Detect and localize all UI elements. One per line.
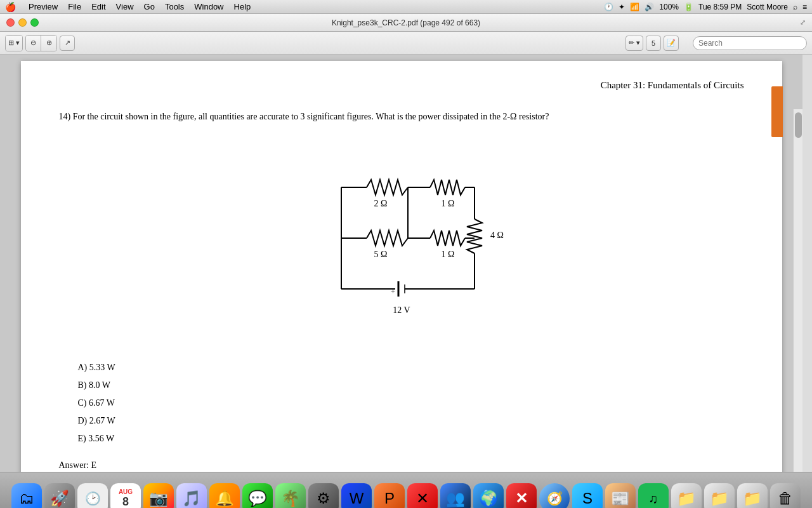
menu-file[interactable]: File xyxy=(68,2,81,11)
dock-finder[interactable]: 🗂 xyxy=(11,483,42,508)
answer-section: Answer: E Var: 1 xyxy=(59,460,744,472)
choice-a: A) 5.33 W xyxy=(78,359,744,377)
wifi-icon: 📶 xyxy=(630,3,639,11)
dock-calendar[interactable]: AUG8 xyxy=(110,483,141,508)
page-area: Chapter 31: Fundamentals of Circuits 14)… xyxy=(0,55,802,472)
view-mode-button[interactable]: ⊞ ▾ xyxy=(6,36,22,51)
menu-edit[interactable]: Edit xyxy=(91,2,105,11)
dock-powerpoint[interactable]: P xyxy=(374,483,405,508)
choice-d: D) 2.67 W xyxy=(78,412,744,430)
minimize-button[interactable] xyxy=(18,18,27,27)
dock-people[interactable]: 👥 xyxy=(440,483,471,508)
svg-text:1 Ω: 1 Ω xyxy=(441,199,454,208)
page-number-button[interactable]: 5 xyxy=(646,36,661,51)
dock-gears[interactable]: ⚙ xyxy=(308,483,339,508)
zoom-in-button[interactable]: ⊕ xyxy=(41,36,56,51)
dock-x[interactable]: ✕ xyxy=(506,483,537,508)
menu-go[interactable]: Go xyxy=(144,2,155,11)
scrollbar-thumb[interactable] xyxy=(795,112,802,138)
menu-preview[interactable]: Preview xyxy=(29,2,58,11)
search-input[interactable] xyxy=(693,36,807,50)
question-number: 14) xyxy=(59,112,71,121)
question-text: 14) For the circuit shown in the figure,… xyxy=(59,110,744,124)
notification-icon[interactable]: ≡ xyxy=(802,3,807,11)
dock-files1[interactable]: 📁 xyxy=(671,483,702,508)
menu-help[interactable]: Help xyxy=(234,2,251,11)
var-label: Var: 1 xyxy=(59,471,744,472)
answer-choices: A) 5.33 W B) 8.0 W C) 6.67 W D) 2.67 W E… xyxy=(78,359,744,448)
svg-text:5 Ω: 5 Ω xyxy=(374,250,387,259)
document-page: Chapter 31: Fundamentals of Circuits 14)… xyxy=(21,61,782,472)
spotlight-icon[interactable]: ⌕ xyxy=(793,3,797,11)
dock-word[interactable]: W xyxy=(341,483,372,508)
menu-tools[interactable]: Tools xyxy=(165,2,184,11)
share-button[interactable]: ↗ xyxy=(60,36,75,51)
datetime-label: Tue 8:59 PM xyxy=(698,3,742,11)
choice-e: E) 3.56 W xyxy=(78,430,744,448)
note-button[interactable]: 📝 xyxy=(664,36,679,51)
svg-text:1 Ω: 1 Ω xyxy=(441,250,454,259)
choice-b: B) 8.0 W xyxy=(78,377,744,394)
volume-icon: 🔊 xyxy=(645,3,654,11)
dock-files3[interactable]: 📁 xyxy=(737,483,768,508)
dock-trash[interactable]: 🗑 xyxy=(770,483,801,508)
zoom-group: ⊖ ⊕ xyxy=(25,35,57,51)
battery-icon: 🔋 xyxy=(684,3,693,11)
view-mode-group: ⊞ ▾ xyxy=(5,35,23,51)
dock-skype[interactable]: S xyxy=(572,483,603,508)
window-controls xyxy=(6,18,39,27)
user-name: Scott Moore xyxy=(747,3,788,11)
menu-window[interactable]: Window xyxy=(194,2,223,11)
scrollbar[interactable] xyxy=(793,109,802,472)
dock-itunes[interactable]: 🎵 xyxy=(176,483,207,508)
dock-palm[interactable]: 🌴 xyxy=(275,483,306,508)
dock-newsstand[interactable]: 📰 xyxy=(605,483,636,508)
menubar-right: 🕐 ✦ 📶 🔊 100% 🔋 Tue 8:59 PM Scott Moore ⌕… xyxy=(604,3,807,11)
dock: 🗂 🚀 🕑 AUG8 📷 🎵 🔔 💬 🌴 ⚙ W P ✕ 👥 🌍 ✕ 🧭 S 📰… xyxy=(0,472,812,508)
dock-safari[interactable]: 🧭 xyxy=(539,483,570,508)
dock-launchpad[interactable]: 🚀 xyxy=(44,483,75,508)
toolbar: ⊞ ▾ ⊖ ⊕ ↗ ✏ ▾ 5 📝 xyxy=(0,32,812,55)
annotation-button[interactable]: ✏ ▾ xyxy=(625,36,643,51)
dock-files2[interactable]: 📁 xyxy=(704,483,735,508)
maximize-button[interactable] xyxy=(30,18,39,27)
clock-icon: 🕐 xyxy=(604,3,613,11)
circuit-diagram: 2 Ω 1 Ω 5 Ω 1 Ω xyxy=(59,137,744,340)
svg-text:2 Ω: 2 Ω xyxy=(374,199,387,208)
choice-c: C) 6.67 W xyxy=(78,394,744,412)
question-body: For the circuit shown in the figure, all… xyxy=(73,112,549,121)
dock-imessage[interactable]: 💬 xyxy=(242,483,273,508)
bookmark-tab xyxy=(771,86,783,137)
window-title: Knight_pse3k_CRC-2.pdf (page 492 of 663) xyxy=(332,18,480,27)
zoom-out-button[interactable]: ⊖ xyxy=(26,36,41,51)
answer-label: Answer: E xyxy=(59,460,744,471)
battery-label: 100% xyxy=(659,3,679,11)
chapter-title: Chapter 31: Fundamentals of Circuits xyxy=(59,80,744,91)
svg-text:4 Ω: 4 Ω xyxy=(490,231,504,240)
dock-clock[interactable]: 🕑 xyxy=(77,483,108,508)
expand-icon[interactable]: ⤢ xyxy=(800,18,806,27)
apple-menu[interactable]: 🍎 xyxy=(5,2,16,12)
dock-photos[interactable]: 📷 xyxy=(143,483,174,508)
dock-globe[interactable]: 🌍 xyxy=(473,483,504,508)
dock-cross[interactable]: ✕ xyxy=(407,483,438,508)
menu-view[interactable]: View xyxy=(116,2,134,11)
svg-text:12 V: 12 V xyxy=(393,305,410,315)
bluetooth-icon: ✦ xyxy=(619,3,625,11)
dock-notif[interactable]: 🔔 xyxy=(209,483,240,508)
title-bar: Knight_pse3k_CRC-2.pdf (page 492 of 663)… xyxy=(0,14,812,32)
svg-text:+: + xyxy=(391,287,395,296)
dock-spotify[interactable]: ♫ xyxy=(638,483,669,508)
circuit-svg: 2 Ω 1 Ω 5 Ω 1 Ω xyxy=(291,137,513,340)
menu-bar: 🍎 Preview File Edit View Go Tools Window… xyxy=(0,0,812,14)
close-button[interactable] xyxy=(6,18,15,27)
